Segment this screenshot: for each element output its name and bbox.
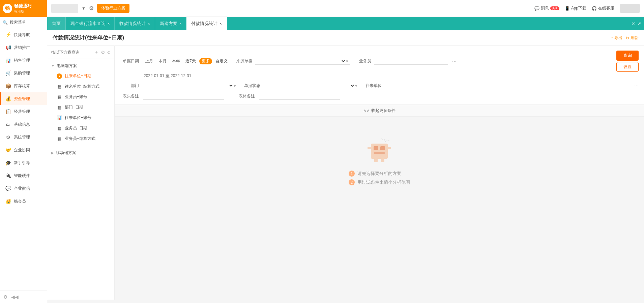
plan-item-dept-date[interactable]: ▦ 部门+日期 [47,102,114,113]
sidebar-item-marketing[interactable]: 📢 营销推广 [0,41,47,54]
header-note-input[interactable] [143,93,224,100]
tab-bank-flow[interactable]: 现金银行流水查询 × [66,17,115,30]
page-header-actions: ↑ 导出 ↻ 刷新 [611,35,639,41]
plan-chart-icon: 📊 [57,115,62,121]
sidebar-item-wechat[interactable]: 💬 企业微信 [0,182,47,195]
plan-item-counterpart-account[interactable]: 📊 往来单位+账号 [47,113,114,123]
filter-row-1: 单据日期 上月 本月 本年 近7天 更多 自定义 来源单据 [120,51,639,72]
sidebar-footer: ⚙ ◀◀ [0,291,47,303]
tab-close-all-icon[interactable]: ✕ [631,21,635,26]
sidebar-item-vip[interactable]: 👑 畅会员 [0,195,47,208]
sidebar-item-purchase[interactable]: 🛒 采购管理 [0,67,47,80]
topbar: ▼ ⚙ 体验行业方案 💬 消息 99+ 📱 App下载 🎧 在线客服 [47,0,644,17]
plan-item-counterpart-settlement[interactable]: ▦ 往来单位+结算方式 [47,81,114,92]
dept-select[interactable] [144,83,234,88]
mobile-section-header[interactable]: ▶ 移动端方案 [47,148,114,158]
sidebar-item-enterprise[interactable]: 🤝 企业协同 [0,144,47,156]
plan-item-salesperson-account[interactable]: ▦ 业务员+账号 [47,92,114,102]
sidebar-search[interactable]: 🔍 搜索菜单 [0,17,47,28]
topbar-user-avatar[interactable] [620,4,640,13]
dept-select-wrap[interactable]: ▾ [143,82,237,89]
tab-collection-stats[interactable]: 收款情况统计 × [115,17,155,30]
base-icon: 🗂 [5,121,11,127]
tab-bank-flow-close[interactable]: × [108,22,110,26]
hardware-icon: 🔌 [5,173,11,179]
settings-button[interactable]: 设置 [616,62,639,72]
topbar-gear-icon[interactable]: ⚙ [89,5,94,11]
collapse-panel-icon[interactable]: « [107,49,110,55]
topbar-dropdown-arrow[interactable]: ▼ [82,6,86,11]
sidebar-item-system[interactable]: ⚙ 系统管理 [0,131,47,144]
left-panel: 按以下方案查询 ＋ ⚙ « ▼ 电脑端方案 ● 往来单位+日期 [47,46,115,300]
collapse-sidebar-icon[interactable]: ◀◀ [11,294,19,300]
sidebar-item-operation[interactable]: 📋 经营管理 [0,105,47,118]
counterpart-dots[interactable]: ··· [634,83,639,89]
plan-item-counterpart-date[interactable]: ● 往来单位+日期 [47,71,114,81]
source-doc-select[interactable] [257,58,346,64]
sales-icon: 📊 [5,57,11,63]
vip-icon: 👑 [5,198,11,204]
tab-new-plan[interactable]: 新建方案 × [155,17,186,30]
tab-collection-stats-close[interactable]: × [148,22,150,26]
source-doc-label: 来源单据 [234,58,253,64]
sidebar-item-label: 智能硬件 [14,173,30,179]
plan-item-salesperson-date[interactable]: ▦ 业务员+日期 [47,123,114,133]
filter-row-3: 表头备注 表体备注 [120,93,639,100]
query-button[interactable]: 查询 [616,51,639,61]
sidebar-subtitle: 标准版 [14,9,32,14]
tab-home[interactable]: 首页 [47,17,66,30]
date-btn-custom[interactable]: 自定义 [213,58,230,65]
sidebar: 畅 畅捷通巧 标准版 🔍 搜索菜单 ⚡ 快捷导航 📢 营销推广 📊 销售管理 🛒… [0,0,47,303]
online-service-action[interactable]: 🎧 在线客服 [592,5,614,11]
date-btn-7days[interactable]: 近7天 [183,58,198,65]
tab-payment-stats-close[interactable]: × [219,22,222,26]
messages-action[interactable]: 💬 消息 99+ [534,5,559,11]
topbar-actions: 💬 消息 99+ 📱 App下载 🎧 在线客服 [534,4,640,13]
doc-status-select-wrap[interactable]: ▾ [264,82,359,89]
sidebar-item-guide[interactable]: 🎓 新手引导 [0,156,47,169]
filter-area: 单据日期 上月 本月 本年 近7天 更多 自定义 来源单据 [115,46,644,105]
sidebar-item-sales[interactable]: 📊 销售管理 [0,54,47,67]
source-doc-chevron: ▾ [346,59,348,64]
body-note-input[interactable] [259,93,340,100]
date-btn-more[interactable]: 更多 [199,58,212,64]
source-doc-select-wrap[interactable]: ▾ [255,58,350,65]
tab-payment-stats-label: 付款情况统计 [191,21,217,27]
sidebar-item-hardware[interactable]: 🔌 智能硬件 [0,169,47,182]
collapse-bar[interactable]: ∧∧ 收起更多条件 [115,105,644,117]
plan-table-icon4: ▦ [57,126,62,131]
tab-payment-stats[interactable]: 付款情况统计 × [186,17,227,30]
trial-btn[interactable]: 体验行业方案 [97,4,129,13]
export-btn[interactable]: ↑ 导出 [611,35,622,41]
salesperson-input[interactable] [374,58,448,65]
salesperson-dots[interactable]: ··· [452,58,457,64]
sidebar-item-base[interactable]: 🗂 基础信息 [0,118,47,131]
date-btn-this-month[interactable]: 本月 [156,58,169,65]
sidebar-item-quick-nav[interactable]: ⚡ 快捷导航 [0,28,47,41]
app-icon: 📱 [565,6,570,11]
date-range-value: 2022-01-01 至 2022-12-31 [144,73,191,79]
tab-expand-icon[interactable]: ⤢ [637,21,641,26]
sidebar-item-label: 基础信息 [14,122,30,127]
desktop-section-header[interactable]: ▼ 电脑端方案 [47,61,114,71]
settings-footer-icon[interactable]: ⚙ [3,294,8,300]
settings-plan-icon[interactable]: ⚙ [101,50,105,55]
date-btn-last-month[interactable]: 上月 [143,58,155,65]
export-icon: ↑ [611,36,613,40]
plan-table-icon: ▦ [57,84,62,89]
empty-tips: 1 请先选择要分析的方案 2 用过滤条件来缩小分析范围 [349,171,410,185]
sidebar-item-finance[interactable]: 💰 资金管理 [0,92,47,105]
refresh-btn[interactable]: ↻ 刷新 [626,35,639,41]
counterpart-input[interactable] [386,82,629,89]
doc-status-select[interactable] [266,83,355,88]
plan-item-salesperson-settlement[interactable]: ▦ 业务员+结算方式 [47,133,114,144]
tab-new-plan-close[interactable]: × [179,22,181,26]
app-download-action[interactable]: 📱 App下载 [565,5,586,11]
add-plan-icon[interactable]: ＋ [94,49,99,55]
sidebar-item-label: 经营管理 [14,109,30,115]
sidebar-item-stock[interactable]: 📦 库存核算 [0,80,47,92]
date-btn-this-year[interactable]: 本年 [170,58,182,65]
mobile-plan-section: ▶ 移动端方案 [47,146,114,160]
page-title: 付款情况统计(往来单位+日期) [53,34,124,41]
service-icon: 🎧 [592,6,597,11]
